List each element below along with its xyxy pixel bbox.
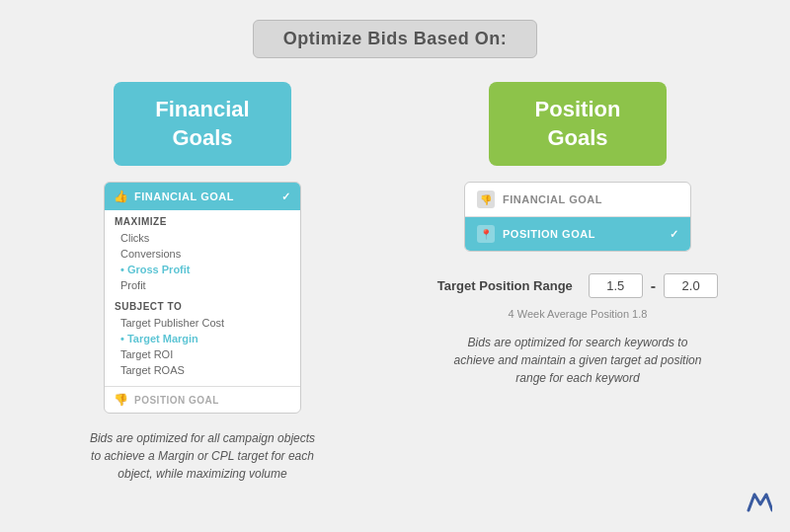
item-publisher-cost[interactable]: Target Publisher Cost — [115, 315, 290, 331]
position-goals-button[interactable]: Position Goals — [489, 82, 667, 166]
avg-position-text: 4 Week Average Position 1.8 — [509, 308, 648, 320]
financial-panel-header[interactable]: 👍 FINANCIAL GOAL ✓ — [105, 183, 300, 210]
position-goal-footer[interactable]: 👎 POSITION GOAL — [105, 386, 300, 413]
financial-header-label: FINANCIAL GOAL — [134, 190, 234, 202]
left-description: Bids are optimized for all campaign obje… — [84, 429, 321, 483]
page-title: Optimize Bids Based On: — [253, 20, 538, 58]
right-panel: 👎 FINANCIAL GOAL 📍 POSITION GOAL ✓ — [464, 182, 691, 252]
item-target-margin[interactable]: Target Margin — [115, 331, 290, 346]
range-min-input[interactable] — [589, 273, 643, 298]
right-position-row[interactable]: 📍 POSITION GOAL ✓ — [465, 217, 690, 251]
maximize-section: MAXIMIZE Clicks Conversions Gross Profit… — [105, 210, 300, 295]
right-financial-label: FINANCIAL GOAL — [503, 193, 602, 205]
item-clicks[interactable]: Clicks — [115, 230, 290, 246]
item-target-roas[interactable]: Target ROAS — [115, 362, 290, 378]
position-line2: Goals — [547, 125, 607, 150]
item-profit[interactable]: Profit — [115, 277, 290, 293]
main-container: Optimize Bids Based On: Financial Goals … — [0, 0, 790, 532]
position-line1: Position — [535, 97, 621, 121]
position-icon-active: 📍 — [477, 225, 495, 243]
item-conversions[interactable]: Conversions — [115, 246, 290, 262]
thumbs-up-icon: 👍 — [115, 190, 128, 203]
position-icon-gray: 👎 — [477, 190, 495, 208]
item-gross-profit[interactable]: Gross Profit — [115, 262, 290, 277]
range-max-input[interactable] — [664, 273, 718, 298]
target-range-label: Target Position Range — [437, 278, 573, 293]
title-text: Optimize Bids Based On: — [283, 29, 508, 48]
marin-logo — [745, 487, 772, 520]
financial-line2: Goals — [172, 125, 232, 150]
financial-checkmark: ✓ — [281, 190, 291, 203]
columns-container: Financial Goals 👍 FINANCIAL GOAL ✓ MAXIM… — [20, 82, 770, 512]
maximize-title: MAXIMIZE — [115, 216, 290, 227]
position-range-row: Target Position Range - — [410, 266, 746, 306]
right-column: Position Goals 👎 FINANCIAL GOAL 📍 POSITI… — [410, 82, 746, 387]
dash-separator: - — [651, 277, 656, 295]
subject-to-title: SUBJECT TO — [115, 301, 290, 312]
right-financial-row[interactable]: 👎 FINANCIAL GOAL — [465, 183, 690, 217]
subject-to-section: SUBJECT TO Target Publisher Cost Target … — [105, 295, 300, 386]
left-column: Financial Goals 👍 FINANCIAL GOAL ✓ MAXIM… — [44, 82, 360, 483]
financial-line1: Financial — [155, 97, 249, 121]
position-goal-label: POSITION GOAL — [134, 395, 219, 406]
financial-panel: 👍 FINANCIAL GOAL ✓ MAXIMIZE Clicks Conve… — [104, 182, 301, 414]
item-target-roi[interactable]: Target ROI — [115, 346, 290, 362]
right-checkmark: ✓ — [670, 228, 679, 241]
thumbs-down-icon: 👎 — [115, 393, 128, 407]
right-position-label: POSITION GOAL — [503, 228, 595, 240]
right-description: Bids are optimized for search keywords t… — [449, 334, 706, 387]
financial-goals-button[interactable]: Financial Goals — [114, 82, 291, 166]
